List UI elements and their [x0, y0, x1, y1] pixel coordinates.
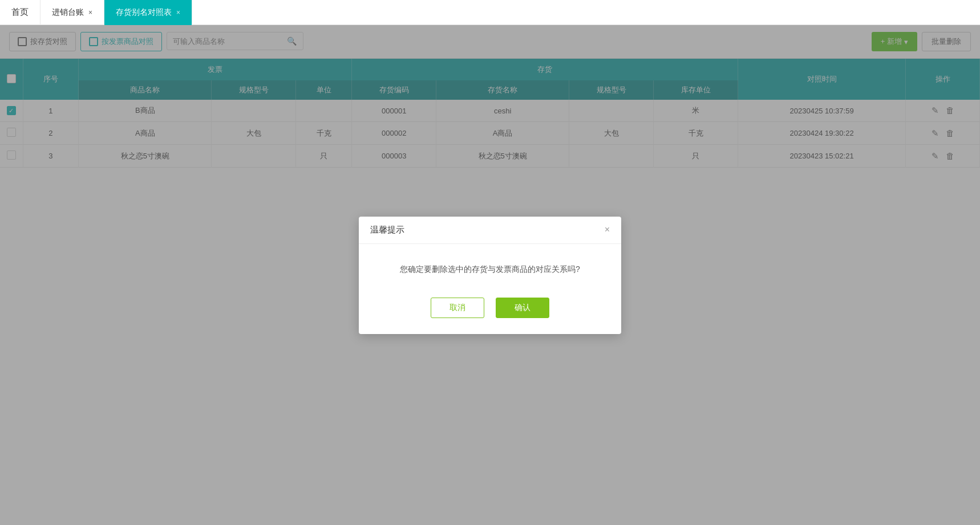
- dialog-body: 您确定要删除选中的存货与发票商品的对应关系吗?: [359, 244, 621, 288]
- dialog-title: 温馨提示: [370, 225, 404, 235]
- dialog-message: 您确定要删除选中的存货与发票商品的对应关系吗?: [400, 264, 580, 274]
- btn-dialog-confirm[interactable]: 确认: [496, 298, 549, 318]
- tab-bar: 首页 进销台账 × 存货别名对照表 ×: [0, 0, 980, 25]
- dialog-close-button[interactable]: ×: [605, 225, 610, 235]
- dialog-header: 温馨提示 ×: [359, 217, 621, 244]
- tab-mapping-close[interactable]: ×: [176, 9, 180, 17]
- tab-mapping[interactable]: 存货别名对照表 ×: [104, 0, 192, 25]
- tab-ledger-label: 进销台账: [52, 7, 84, 18]
- tab-ledger-close[interactable]: ×: [88, 9, 92, 17]
- main-content: 按存货对照 按发票商品对照 🔍 + 新增 ▾ 批量删除: [0, 25, 980, 525]
- tab-mapping-label: 存货别名对照表: [116, 7, 172, 18]
- dialog-overlay: 温馨提示 × 您确定要删除选中的存货与发票商品的对应关系吗? 取消 确认: [0, 25, 980, 525]
- dialog: 温馨提示 × 您确定要删除选中的存货与发票商品的对应关系吗? 取消 确认: [359, 217, 621, 334]
- tab-home-label: 首页: [11, 7, 29, 18]
- btn-dialog-cancel[interactable]: 取消: [431, 298, 484, 318]
- tab-ledger[interactable]: 进销台账 ×: [41, 0, 104, 25]
- tab-home[interactable]: 首页: [0, 0, 41, 25]
- dialog-footer: 取消 确认: [359, 288, 621, 334]
